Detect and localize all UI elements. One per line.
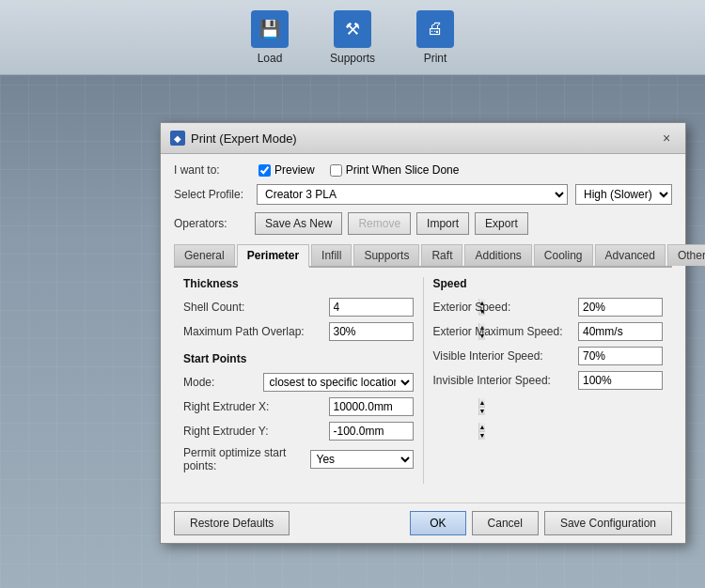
permit-optimize-select[interactable]: Yes (310, 450, 414, 469)
tab-perimeter[interactable]: Perimeter (237, 244, 309, 268)
save-as-new-button[interactable]: Save As New (255, 212, 342, 235)
supports-icon: ⚒ (334, 10, 371, 48)
tab-left-panel: Thickness Shell Count: ▲ ▼ Maximum Path … (174, 277, 424, 484)
right-extruder-x-row: Right Extruder X: ▲ ▼ (183, 397, 414, 416)
exterior-max-speed-input[interactable] (579, 323, 705, 340)
toolbar: 💾 Load ⚒ Supports 🖨 Print (0, 0, 705, 75)
dialog-title-text: Print (Expert Mode) (191, 132, 297, 146)
dialog-body: I want to: Preview Print When Slice Done… (161, 154, 685, 503)
remove-button[interactable]: Remove (348, 212, 411, 235)
print-dialog: ◆ Print (Expert Mode) × I want to: Previ… (160, 122, 686, 544)
right-extruder-x-label: Right Extruder X: (183, 400, 329, 413)
tab-others[interactable]: Others (667, 244, 705, 266)
exterior-speed-label: Exterior Speed: (433, 301, 579, 314)
dialog-title-group: ◆ Print (Expert Mode) (170, 131, 297, 146)
quality-select[interactable]: High (Slower) (575, 184, 672, 205)
bottom-right-buttons: OK Cancel Save Configuration (410, 511, 672, 535)
max-path-overlap-spinner[interactable]: ▲ ▼ (329, 322, 414, 341)
visible-interior-speed-label: Visible Interior Speed: (433, 349, 579, 363)
mode-label: Mode: (183, 376, 263, 389)
right-extruder-y-label: Right Extruder Y: (183, 425, 329, 438)
visible-interior-speed-spinner[interactable]: ▲ ▼ (578, 347, 663, 365)
right-extruder-x-spinner[interactable]: ▲ ▼ (329, 397, 414, 416)
mode-row: Mode: closest to specific location (183, 373, 414, 392)
shell-count-label: Shell Count: (183, 301, 329, 314)
restore-defaults-button[interactable]: Restore Defaults (174, 511, 290, 535)
tab-supports[interactable]: Supports (353, 244, 419, 266)
shell-count-spinner[interactable]: ▲ ▼ (329, 298, 414, 317)
print-when-slice-done-checkbox[interactable] (330, 164, 342, 177)
invisible-interior-speed-input[interactable] (579, 372, 705, 389)
exterior-max-speed-row: Exterior Maximum Speed: ▲ ▼ (433, 322, 664, 341)
tab-additions[interactable]: Additions (464, 244, 531, 266)
supports-button[interactable]: ⚒ Supports (319, 5, 386, 70)
export-button[interactable]: Export (475, 212, 528, 235)
import-button[interactable]: Import (416, 212, 469, 235)
invisible-interior-speed-spinner[interactable]: ▲ ▼ (578, 371, 663, 390)
speed-title: Speed (433, 277, 664, 290)
exterior-speed-row: Exterior Speed: ▲ ▼ (433, 298, 664, 317)
print-button[interactable]: 🖨 Print (405, 5, 465, 70)
preview-checkbox-item[interactable]: Preview (258, 163, 315, 177)
profile-select[interactable]: Creator 3 PLA (257, 184, 568, 205)
preview-checkbox[interactable] (258, 164, 271, 177)
i-want-to-label: I want to: (174, 163, 249, 177)
print-when-slice-done-label: Print When Slice Done (346, 163, 460, 177)
visible-interior-speed-row: Visible Interior Speed: ▲ ▼ (433, 347, 664, 365)
right-extruder-y-row: Right Extruder Y: ▲ ▼ (183, 422, 414, 441)
invisible-interior-speed-row: Invisible Interior Speed: ▲ ▼ (433, 371, 664, 390)
ok-button[interactable]: OK (410, 511, 465, 535)
exterior-speed-spinner[interactable]: ▲ ▼ (578, 298, 663, 317)
tab-cooling[interactable]: Cooling (534, 244, 593, 266)
preview-label: Preview (274, 163, 315, 177)
dialog-titlebar: ◆ Print (Expert Mode) × (161, 123, 685, 154)
tab-advanced[interactable]: Advanced (595, 244, 666, 266)
mode-select[interactable]: closest to specific location (263, 373, 414, 392)
print-label: Print (424, 52, 447, 65)
exterior-max-speed-spinner[interactable]: ▲ ▼ (578, 322, 663, 341)
load-button[interactable]: 💾 Load (240, 5, 300, 70)
load-icon: 💾 (251, 10, 289, 48)
permit-optimize-row: Permit optimize start points: Yes (183, 446, 414, 472)
dialog-title-icon: ◆ (170, 131, 185, 146)
tab-content: Thickness Shell Count: ▲ ▼ Maximum Path … (174, 268, 672, 493)
tab-general[interactable]: General (174, 244, 235, 266)
tab-bar: General Perimeter Infill Supports Raft A… (174, 244, 672, 268)
save-configuration-button[interactable]: Save Configuration (544, 511, 672, 535)
invisible-interior-speed-label: Invisible Interior Speed: (433, 374, 579, 387)
print-when-slice-done-checkbox-item[interactable]: Print When Slice Done (330, 163, 460, 177)
dialog-close-button[interactable]: × (657, 129, 676, 147)
right-extruder-y-spinner[interactable]: ▲ ▼ (329, 422, 414, 441)
permit-optimize-label: Permit optimize start points: (183, 446, 310, 472)
bottom-left: Restore Defaults (174, 511, 290, 535)
cancel-button[interactable]: Cancel (472, 511, 539, 535)
tab-raft[interactable]: Raft (421, 244, 462, 266)
permit-optimize-select-wrap: Yes (310, 450, 414, 469)
checkbox-group: Preview Print When Slice Done (258, 163, 459, 177)
exterior-max-speed-label: Exterior Maximum Speed: (433, 325, 579, 338)
operators-row: Operators: Save As New Remove Import Exp… (174, 212, 672, 235)
start-points-title: Start Points (183, 352, 414, 365)
visible-interior-speed-input[interactable] (579, 348, 705, 364)
mode-select-wrap: closest to specific location (263, 373, 414, 392)
dialog-bottom: Restore Defaults OK Cancel Save Configur… (161, 503, 685, 543)
select-profile-row: Select Profile: Creator 3 PLA High (Slow… (174, 184, 672, 205)
tab-right-panel: Speed Exterior Speed: ▲ ▼ Exterior Maxim… (424, 277, 673, 484)
i-want-to-row: I want to: Preview Print When Slice Done (174, 163, 672, 177)
supports-label: Supports (330, 52, 375, 65)
load-label: Load (258, 52, 283, 65)
select-profile-label: Select Profile: (174, 188, 249, 201)
max-path-overlap-row: Maximum Path Overlap: ▲ ▼ (183, 322, 414, 341)
tab-infill[interactable]: Infill (311, 244, 352, 266)
exterior-speed-input[interactable] (579, 299, 705, 316)
shell-count-row: Shell Count: ▲ ▼ (183, 298, 414, 317)
thickness-title: Thickness (183, 277, 414, 290)
print-icon: 🖨 (416, 10, 454, 48)
operators-label: Operators: (174, 217, 249, 230)
max-path-overlap-label: Maximum Path Overlap: (183, 325, 329, 338)
